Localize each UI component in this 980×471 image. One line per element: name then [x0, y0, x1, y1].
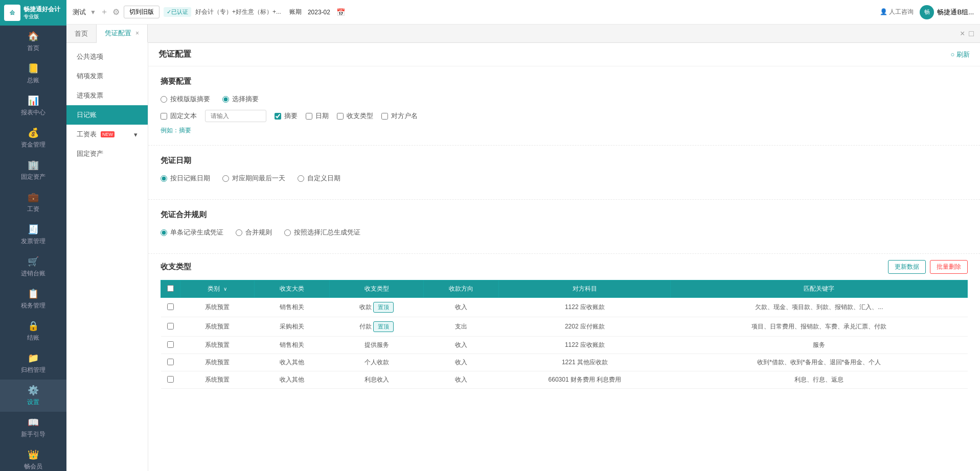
assets-icon: 🏢 — [28, 159, 39, 171]
tab-home[interactable]: 首页 — [66, 25, 97, 43]
service-button[interactable]: 👤 人工咨询 — [880, 8, 914, 16]
sidebar-item-close[interactable]: 🔒 结账 — [0, 315, 66, 347]
date-option-custom[interactable]: 自定义日期 — [298, 174, 340, 183]
date-diary-radio[interactable] — [161, 175, 167, 182]
merge-summary-radio[interactable] — [284, 229, 291, 236]
summary-check-label[interactable]: 摘要 — [275, 111, 298, 121]
fixed-text-checkbox[interactable] — [161, 113, 167, 120]
summary-option-select[interactable]: 选择摘要 — [222, 95, 259, 104]
row-keywords-2: 项目、日常费用、报销款、车费、承兑汇票、付款 — [671, 317, 968, 337]
row-sub-type-2: 付款 置顶 — [330, 317, 424, 337]
sidebar-item-home[interactable]: 🏠 首页 — [0, 26, 66, 58]
archive-icon: 📁 — [28, 352, 39, 364]
merge-option-merge[interactable]: 合并规则 — [236, 228, 272, 237]
sidebar-item-funds[interactable]: 💰 资金管理 — [0, 122, 66, 154]
merge-option-single[interactable]: 单条记录生成凭证 — [161, 228, 223, 237]
left-nav-public[interactable]: 公共选项 — [66, 47, 148, 66]
add-button[interactable]: ＋ — [100, 7, 108, 17]
update-data-button[interactable]: 更新数据 — [888, 260, 926, 274]
counterpart-checkbox[interactable] — [381, 113, 388, 120]
switch-version-button[interactable]: 切到旧版 — [124, 6, 159, 18]
sidebar-item-ledger[interactable]: 📒 总账 — [0, 58, 66, 90]
topbar-settings-icon[interactable]: ⚙ — [112, 7, 120, 17]
left-nav-diary[interactable]: 日记账 — [66, 105, 148, 125]
sidebar-item-salary[interactable]: 💼 工资 — [0, 186, 66, 219]
row-checkbox-5[interactable] — [161, 371, 180, 389]
sidebar-label-reports: 报表中心 — [21, 108, 45, 117]
merge-merge-radio[interactable] — [236, 229, 242, 236]
sidebar-item-purchase[interactable]: 🛒 进销台账 — [0, 251, 66, 283]
table-row: 系统预置 收入其他 利息收入 收入 660301 财务费用 利息费用 利息、行息… — [161, 371, 968, 389]
payment-type-check-label[interactable]: 收支类型 — [337, 111, 373, 121]
summary-template-radio[interactable] — [161, 96, 167, 103]
topbar-right: 👤 人工咨询 畅 畅捷通B组... — [880, 5, 974, 19]
fixed-text-input[interactable] — [205, 110, 266, 122]
left-nav-salary[interactable]: 工资表 NEW ▾ — [66, 125, 148, 144]
row-sub-type-3: 提供服务 — [330, 337, 424, 354]
left-nav: 公共选项 销项发票 进项发票 日记账 工资表 NEW ▾ 固定资产 — [66, 43, 148, 471]
pin-tag-2[interactable]: 置顶 — [373, 321, 394, 332]
merge-option-summary[interactable]: 按照选择汇总生成凭证 — [284, 228, 360, 237]
row-direction-2: 支出 — [424, 317, 499, 337]
batch-delete-button[interactable]: 批量删除 — [930, 260, 968, 274]
table-col-checkbox — [161, 280, 180, 298]
fixed-text-check-label[interactable]: 固定文本 — [161, 111, 197, 121]
sidebar-item-tax[interactable]: 📋 税务管理 — [0, 283, 66, 315]
row-category-1: 系统预置 — [180, 298, 255, 317]
company-dropdown-icon[interactable]: ▼ — [90, 9, 96, 16]
sidebar-item-guide[interactable]: 📖 新手引导 — [0, 412, 66, 444]
home-icon: 🏠 — [28, 31, 39, 42]
reports-icon: 📊 — [28, 95, 39, 106]
date-option-period-last[interactable]: 对应期间最后一天 — [222, 174, 285, 183]
row-sub-type-1: 收款 置顶 — [330, 298, 424, 317]
row-checkbox-2[interactable] — [161, 317, 180, 337]
pin-tag-1[interactable]: 置顶 — [373, 302, 394, 313]
counterpart-check-label[interactable]: 对方户名 — [381, 111, 418, 121]
logo-icon: 会 — [4, 5, 20, 21]
payment-type-checkbox[interactable] — [337, 113, 344, 120]
sidebar-item-settings[interactable]: ⚙️ 设置 — [0, 380, 66, 412]
tax-icon: 📋 — [28, 288, 39, 299]
tab-home-label: 首页 — [75, 29, 88, 38]
row-checkbox-1[interactable] — [161, 298, 180, 317]
sidebar-item-member[interactable]: 👑 畅会员 — [0, 444, 66, 471]
summary-select-radio[interactable] — [222, 96, 229, 103]
date-check-label[interactable]: 日期 — [306, 111, 329, 121]
row-account-5: 660301 财务费用 利息费用 — [499, 371, 671, 389]
sidebar-item-assets[interactable]: 🏢 固定资产 — [0, 154, 66, 186]
table-col-sub-type: 收支类型 — [330, 280, 424, 298]
summary-radio-group: 按模版版摘要 选择摘要 — [161, 95, 968, 104]
sidebar-item-archive[interactable]: 📁 归档管理 — [0, 347, 66, 380]
select-all-checkbox[interactable] — [167, 285, 174, 292]
date-checkbox[interactable] — [306, 113, 312, 120]
date-period-last-radio[interactable] — [222, 175, 229, 182]
left-nav-fixed-assets[interactable]: 固定资产 — [66, 144, 148, 163]
refresh-button[interactable]: ○ 刷新 — [951, 50, 970, 59]
sidebar-item-invoice[interactable]: 🧾 发票管理 — [0, 219, 66, 251]
tab-close-icon[interactable]: × — [135, 30, 139, 37]
sidebar-item-reports[interactable]: 📊 报表中心 — [0, 90, 66, 122]
tab-voucher[interactable]: 凭证配置 × — [97, 25, 148, 43]
main-content: 凭证配置 ○ 刷新 摘要配置 按模版版摘要 选择摘要 — [148, 43, 980, 471]
summary-option-template[interactable]: 按模版版摘要 — [161, 95, 210, 104]
left-nav-sales-invoice[interactable]: 销项发票 — [66, 66, 148, 86]
salary-chevron-icon: ▾ — [134, 131, 138, 138]
row-checkbox-4[interactable] — [161, 354, 180, 371]
salary-icon: 💼 — [28, 192, 39, 203]
left-nav-purchase-invoice[interactable]: 进项发票 — [66, 86, 148, 105]
summary-checkbox[interactable] — [275, 113, 281, 120]
close-window-button[interactable]: × — [960, 29, 965, 38]
calendar-icon[interactable]: 📅 — [336, 8, 345, 16]
maximize-window-button[interactable]: □ — [969, 29, 974, 38]
income-expense-section: 收支类型 更新数据 批量删除 类别 — [148, 254, 980, 399]
user-name: 畅捷通B组... — [937, 8, 974, 17]
date-option-diary[interactable]: 按日记账日期 — [161, 174, 210, 183]
row-checkbox-3[interactable] — [161, 337, 180, 354]
row-category-5: 系统预置 — [180, 371, 255, 389]
user-profile[interactable]: 畅 畅捷通B组... — [920, 5, 974, 19]
merge-single-radio[interactable] — [161, 229, 167, 236]
sidebar-label-archive: 归档管理 — [21, 366, 45, 374]
date-custom-radio[interactable] — [298, 175, 304, 182]
row-keywords-3: 服务 — [671, 337, 968, 354]
sidebar: 会 畅捷通好会计 专业版 🏠 首页 📒 总账 📊 报表中心 💰 资金管理 🏢 固… — [0, 0, 66, 471]
